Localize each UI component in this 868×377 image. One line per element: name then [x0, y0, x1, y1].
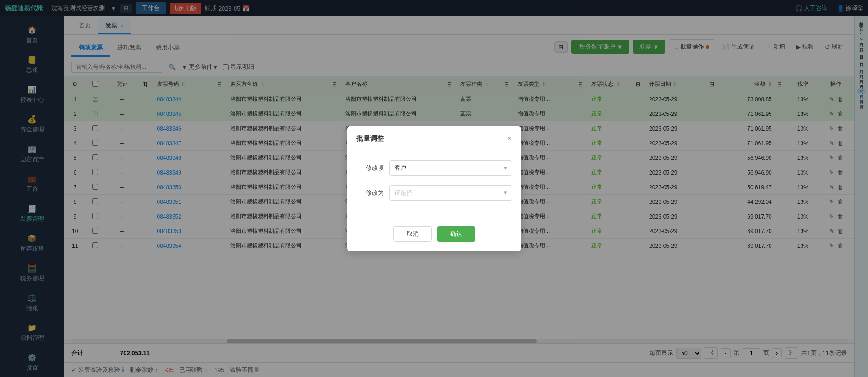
modal-overlay[interactable]: 批量调整 × 修改项 客户 ▾ 修改为 请选择 ▾ 取消 确认: [0, 0, 868, 377]
batch-adjust-modal: 批量调整 × 修改项 客户 ▾ 修改为 请选择 ▾ 取消 确认: [347, 126, 521, 251]
modify-to-arrow: ▾: [504, 189, 507, 196]
modal-title: 批量调整: [356, 134, 384, 143]
modal-header: 批量调整 ×: [347, 126, 521, 149]
modify-field-row: 修改项 客户 ▾: [356, 160, 512, 176]
confirm-btn[interactable]: 确认: [437, 226, 475, 242]
modal-footer: 取消 确认: [347, 221, 521, 251]
modify-field-value: 客户: [394, 164, 406, 172]
modify-field-arrow: ▾: [504, 164, 507, 171]
modify-to-placeholder: 请选择: [394, 189, 412, 197]
modify-to-label: 修改为: [356, 189, 384, 197]
modify-to-row: 修改为 请选择 ▾: [356, 185, 512, 201]
modify-to-select[interactable]: 请选择 ▾: [389, 185, 512, 201]
cancel-btn[interactable]: 取消: [393, 226, 432, 242]
modal-body: 修改项 客户 ▾ 修改为 请选择 ▾: [347, 149, 521, 221]
modify-field-label: 修改项: [356, 164, 384, 172]
modal-close-btn[interactable]: ×: [507, 134, 512, 143]
modify-field-select[interactable]: 客户 ▾: [389, 160, 512, 176]
